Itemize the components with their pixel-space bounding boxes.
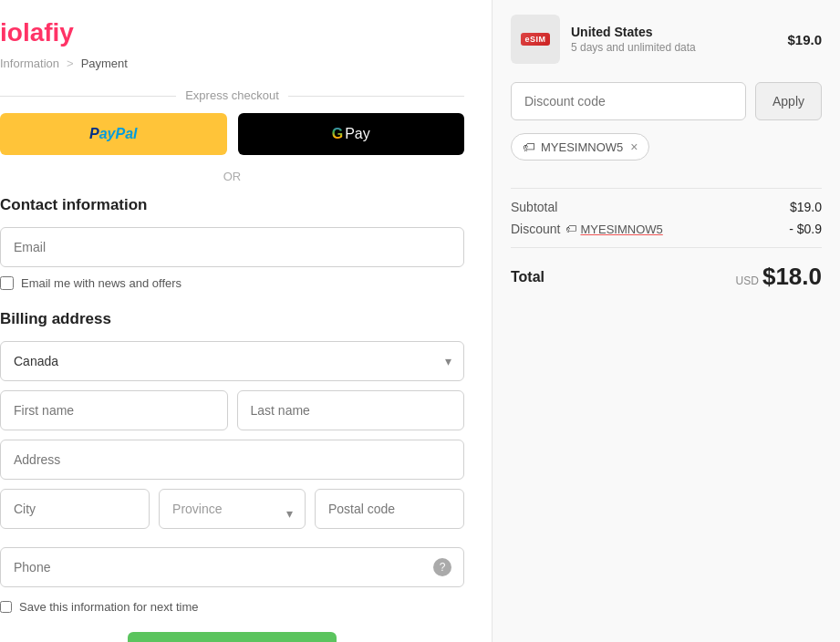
or-divider: OR xyxy=(0,170,464,183)
discount-amount: - $0.9 xyxy=(789,222,822,236)
divider-bottom xyxy=(511,247,822,248)
total-currency: USD xyxy=(736,274,759,287)
discount-code-text: MYESIMNOW5 xyxy=(580,223,662,236)
esim-badge: eSIM xyxy=(521,33,549,46)
right-panel: eSIM United States 5 days and unlimited … xyxy=(493,0,840,642)
left-panel: iolafiy Information > Payment Express ch… xyxy=(0,0,493,642)
gpay-g-icon: G xyxy=(332,126,343,142)
breadcrumb: Information > Payment xyxy=(0,57,464,70)
paypal-button[interactable]: P ayPal xyxy=(0,113,227,155)
remove-coupon-button[interactable]: × xyxy=(630,140,638,154)
country-select-wrapper: Canada xyxy=(0,341,464,381)
province-select[interactable]: Province xyxy=(159,489,306,529)
city-field[interactable] xyxy=(0,489,150,529)
product-subtitle: 5 days and unlimited data xyxy=(571,41,776,54)
save-info-checkbox[interactable] xyxy=(0,601,12,613)
product-image: eSIM xyxy=(511,15,560,64)
total-row: Total USD $18.0 xyxy=(511,263,822,291)
postal-field[interactable] xyxy=(315,489,464,529)
product-row: eSIM United States 5 days and unlimited … xyxy=(511,15,822,64)
paypal-name-label: ayPal xyxy=(99,126,138,142)
phone-field[interactable] xyxy=(0,547,464,587)
tag-icon: 🏷 xyxy=(523,140,535,154)
contact-section-title: Contact information xyxy=(0,196,464,214)
phone-help-icon[interactable]: ? xyxy=(433,558,451,576)
product-name: United States xyxy=(571,25,776,39)
subtotal-value: $19.0 xyxy=(790,200,822,214)
save-info-row: Save this information for next time xyxy=(0,600,464,614)
breadcrumb-information: Information xyxy=(0,57,59,70)
total-amount: $18.0 xyxy=(762,263,822,291)
discount-code-display: 🏷 MYESIMNOW5 xyxy=(565,223,662,236)
first-name-field[interactable] xyxy=(0,390,228,430)
country-select[interactable]: Canada xyxy=(0,341,464,381)
discount-tag-icon: 🏷 xyxy=(565,223,576,235)
subtotal-label: Subtotal xyxy=(511,200,557,214)
gpay-label: Pay xyxy=(345,126,370,142)
save-info-label: Save this information for next time xyxy=(19,600,199,614)
coupon-code-label: MYESIMNOW5 xyxy=(541,140,623,154)
city-province-row: Province xyxy=(0,489,464,538)
gpay-button[interactable]: G Pay xyxy=(238,113,465,155)
discount-label-container: Discount 🏷 MYESIMNOW5 xyxy=(511,222,663,236)
continue-button[interactable]: Continue to payment xyxy=(128,632,337,642)
billing-section-title: Billing address xyxy=(0,310,464,328)
product-info: United States 5 days and unlimited data xyxy=(571,25,776,54)
divider-top xyxy=(511,188,822,189)
breadcrumb-payment: Payment xyxy=(81,57,128,70)
last-name-field[interactable] xyxy=(237,390,465,430)
coupon-tag: 🏷 MYESIMNOW5 × xyxy=(511,133,649,160)
total-value-container: USD $18.0 xyxy=(736,263,822,291)
address-field[interactable] xyxy=(0,440,464,480)
paypal-p-icon: P xyxy=(89,126,99,142)
apply-button[interactable]: Apply xyxy=(755,82,822,120)
discount-summary-row: Discount 🏷 MYESIMNOW5 - $0.9 xyxy=(511,222,822,236)
express-buttons: P ayPal G Pay xyxy=(0,113,464,155)
newsletter-label: Email me with news and offers xyxy=(21,276,181,290)
product-price: $19.0 xyxy=(787,32,822,47)
brand-logo: iolafiy xyxy=(0,18,464,47)
phone-wrapper: ? xyxy=(0,547,464,587)
province-select-wrapper: Province xyxy=(159,489,306,538)
total-label: Total xyxy=(511,269,544,285)
newsletter-row: Email me with news and offers xyxy=(0,276,464,290)
discount-label: Discount xyxy=(511,222,560,236)
breadcrumb-separator: > xyxy=(67,57,74,70)
subtotal-row: Subtotal $19.0 xyxy=(511,200,822,214)
discount-row: Apply xyxy=(511,82,822,120)
email-field[interactable] xyxy=(0,227,464,267)
express-checkout-label: Express checkout xyxy=(0,88,464,102)
newsletter-checkbox[interactable] xyxy=(0,276,14,290)
name-row xyxy=(0,390,464,430)
discount-code-input[interactable] xyxy=(511,82,746,120)
